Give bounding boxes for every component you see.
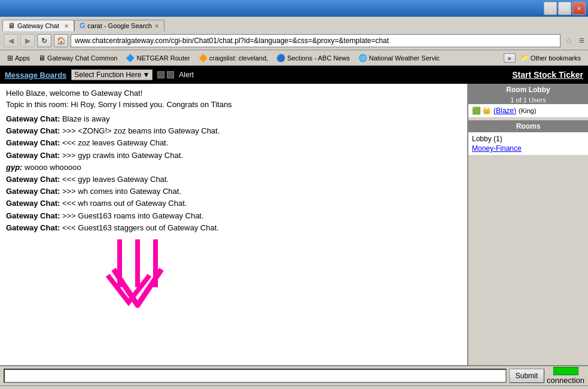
forward-button[interactable]: ▶	[20, 34, 35, 47]
sender-6: Gateway Chat:	[6, 175, 60, 184]
user-role-label: (King)	[519, 107, 536, 114]
bookmark-craigslist-label: craigslist: cleveland,	[209, 54, 268, 62]
text-4: >>> gyp crawls into Gateway Chat.	[62, 151, 183, 160]
lobby-paren: )	[500, 135, 502, 143]
more-bookmarks-button[interactable]: »	[504, 53, 516, 63]
chat-line-1: Gateway Chat: Blaze is away	[6, 114, 461, 124]
main-area: Hello Blaze, welcome to Gateway Chat! To…	[0, 84, 588, 365]
welcome-message: Hello Blaze, welcome to Gateway Chat!	[6, 89, 461, 98]
netgear-icon: 🔷	[126, 54, 135, 62]
money-finance-link[interactable]: Money-Finance	[472, 144, 584, 153]
sender-3: Gateway Chat:	[6, 138, 60, 147]
text-2: >>> <ZONG!> zoz beams into Gateway Chat.	[62, 126, 220, 135]
folder-icon: 📁	[520, 54, 529, 62]
bookmarks-bar: ⊞ Apps 🖥 Gateway Chat Common 🔷 NETGEAR R…	[0, 50, 588, 66]
refresh-button[interactable]: ↻	[37, 34, 51, 47]
chat-messages: Hello Blaze, welcome to Gateway Chat! To…	[0, 84, 468, 365]
connection-status: connection	[547, 367, 584, 385]
tab-close-google[interactable]: ✕	[154, 23, 159, 29]
select-function-label: Select Function Here	[74, 71, 141, 79]
message-boards-link[interactable]: Message Boards	[5, 71, 66, 80]
text-3: <<< zoz leaves Gateway Chat.	[62, 138, 168, 147]
rooms-header: Rooms	[468, 120, 588, 132]
text-8: <<< wh roams out of Gateway Chat.	[62, 199, 187, 208]
sender-9: Gateway Chat:	[6, 211, 60, 220]
bookmark-abc-news[interactable]: 🔵 Sections - ABC News	[273, 53, 354, 63]
checkbox-1[interactable]	[157, 71, 164, 78]
chat-input[interactable]	[4, 369, 507, 383]
checkbox-2[interactable]	[167, 71, 174, 78]
rooms-list: Lobby (1) Money-Finance	[468, 132, 588, 155]
bookmark-weather[interactable]: 🌐 National Weather Servic	[355, 53, 443, 63]
chat-toolbar: Message Boards Select Function Here ▼ Al…	[0, 66, 588, 84]
chat-line-7: Gateway Chat: >>> wh comes into Gateway …	[6, 186, 461, 197]
back-button[interactable]: ◀	[4, 34, 18, 47]
title-bar: _ □ ×	[0, 0, 588, 17]
tab-icon-gateway: 🖥	[8, 22, 15, 30]
other-bookmarks[interactable]: 📁 Other bookmarks	[517, 53, 584, 62]
user-item-blaze: 🟩 👑 (Blaze) (King)	[468, 104, 588, 118]
bookmark-craigslist[interactable]: 🔶 craigslist: cleveland,	[195, 53, 272, 63]
lobby-room-label: Lobby (	[472, 135, 496, 143]
tab-close-gateway[interactable]: ✕	[64, 23, 69, 29]
browser-menu-icon[interactable]: ≡	[579, 35, 584, 46]
sender-2: Gateway Chat:	[6, 126, 60, 135]
sender-8: Gateway Chat:	[6, 199, 60, 208]
text-6: <<< gyp leaves Gateway Chat.	[62, 175, 169, 184]
craigslist-icon: 🔶	[199, 54, 208, 62]
alert-checkboxes	[157, 71, 174, 78]
weather-icon: 🌐	[358, 54, 367, 62]
window-controls[interactable]: _ □ ×	[544, 2, 586, 15]
tab-icon-google: G	[80, 22, 85, 30]
submit-button[interactable]: Submit	[509, 369, 544, 383]
user-status-icon: 🟩	[472, 107, 481, 115]
topic-message: Topic in this room: Hi Roy, Sorry I miss…	[6, 100, 461, 109]
pink-arrow-annotation	[90, 239, 173, 311]
home-button[interactable]: 🏠	[54, 34, 68, 47]
bookmark-gateway-label: Gateway Chat Common	[47, 54, 117, 62]
address-bar[interactable]: www.chatcentralgateway.com/cgi-bin/Chat0…	[71, 34, 560, 47]
chat-line-9: Gateway Chat: >>> Guest163 roams into Ga…	[6, 211, 461, 221]
room-lobby-item: Lobby (1)	[472, 135, 584, 143]
lobby-count: 1	[496, 135, 500, 143]
input-bar: Submit connection	[0, 365, 588, 385]
sender-7: Gateway Chat:	[6, 187, 60, 196]
text-7: >>> wh comes into Gateway Chat.	[62, 187, 181, 196]
tab-google-search[interactable]: G carat - Google Search ✕	[74, 20, 164, 31]
tab-gateway-chat[interactable]: 🖥 Gateway Chat ✕	[2, 20, 74, 31]
user-rank-icon: 👑	[482, 107, 491, 115]
abc-icon: 🔵	[276, 54, 285, 62]
users-count: 1 of 1 Users	[468, 96, 588, 104]
bookmark-apps[interactable]: ⊞ Apps	[4, 53, 33, 63]
minimize-button[interactable]: _	[544, 2, 557, 15]
user-link-blaze[interactable]: (Blaze)	[493, 107, 516, 115]
text-10: <<< Guest163 staggers out of Gateway Cha…	[62, 223, 219, 232]
connection-label: connection	[547, 376, 584, 385]
dropdown-arrow-icon: ▼	[142, 71, 150, 79]
chat-line-6: Gateway Chat: <<< gyp leaves Gateway Cha…	[6, 174, 461, 185]
apps-icon: ⊞	[7, 54, 13, 62]
chat-line-5: gyp: woooo whooooo	[6, 162, 461, 173]
sender-10: Gateway Chat:	[6, 223, 60, 232]
maximize-button[interactable]: □	[558, 2, 571, 15]
sender-1: Gateway Chat:	[6, 114, 60, 123]
start-stock-ticker-link[interactable]: Start Stock Ticker	[512, 70, 583, 80]
sidebar: Room Lobby 1 of 1 Users 🟩 👑 (Blaze) (Kin…	[468, 84, 588, 365]
address-text: www.chatcentralgateway.com/cgi-bin/Chat0…	[75, 37, 389, 45]
tabs-wrapper: 🖥 Gateway Chat ✕ G carat - Google Search…	[0, 17, 588, 31]
gateway-icon: 🖥	[38, 54, 45, 62]
bookmark-netgear-label: NETGEAR Router	[136, 54, 190, 62]
chat-line-8: Gateway Chat: <<< wh roams out of Gatewa…	[6, 198, 461, 209]
other-bookmarks-label: Other bookmarks	[531, 54, 581, 62]
alert-label: Alert	[179, 71, 194, 79]
bookmark-netgear[interactable]: 🔷 NETGEAR Router	[122, 53, 193, 63]
bookmark-abc-label: Sections - ABC News	[287, 54, 350, 62]
chat-line-10: Gateway Chat: <<< Guest163 staggers out …	[6, 223, 461, 233]
connection-indicator	[553, 367, 578, 375]
chat-line-2: Gateway Chat: >>> <ZONG!> zoz beams into…	[6, 126, 461, 136]
bookmark-gateway-common[interactable]: 🖥 Gateway Chat Common	[35, 53, 121, 63]
text-1: Blaze is away	[62, 114, 109, 123]
select-function-dropdown[interactable]: Select Function Here ▼	[71, 69, 153, 80]
bookmark-star-icon[interactable]: ☆	[565, 36, 573, 45]
close-button[interactable]: ×	[572, 2, 586, 15]
